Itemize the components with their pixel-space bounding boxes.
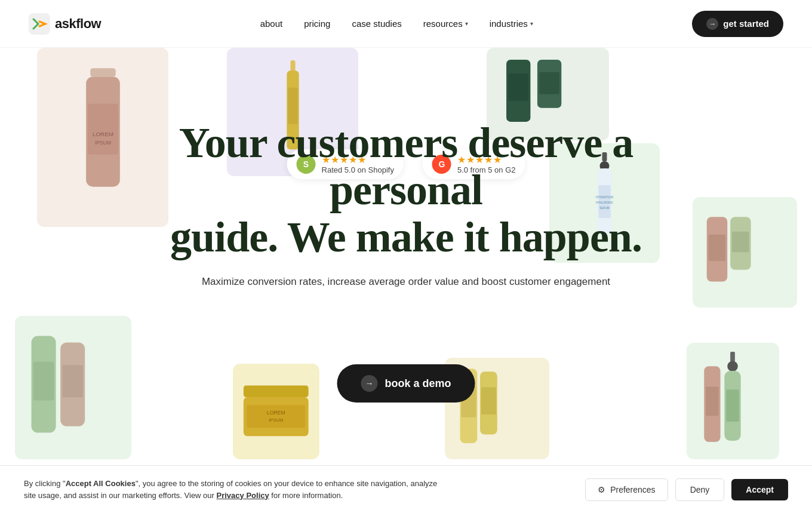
cookie-text: By clicking "Accept All Cookies", you ag… (24, 478, 442, 501)
main-content: LOREM IPSUM S (0, 48, 812, 513)
preferences-button[interactable]: ⚙ Preferences (585, 478, 668, 501)
svg-rect-40 (726, 389, 739, 422)
get-started-button[interactable]: → get started (692, 11, 783, 37)
hero-title: Your customers deserve a personal guide.… (167, 119, 645, 262)
product-card-9 (687, 343, 779, 459)
arrow-icon: → (706, 18, 718, 30)
logo[interactable]: askflow (29, 13, 101, 35)
nav-item-resources[interactable]: resources ▾ (423, 19, 468, 29)
privacy-policy-link[interactable]: Privacy Policy (217, 491, 269, 500)
nav-item-case-studies[interactable]: case studies (352, 19, 401, 29)
book-demo-button[interactable]: → book a demo (337, 364, 475, 403)
product-card-5 (693, 197, 797, 308)
cookie-bold: Accept All Cookies (66, 479, 136, 488)
svg-rect-22 (708, 235, 725, 261)
nav-links: about pricing case studies resources ▾ i… (260, 19, 533, 29)
nav-item-industries[interactable]: industries ▾ (490, 19, 533, 29)
svg-rect-12 (540, 72, 559, 94)
cookie-actions: ⚙ Preferences Deny Accept (585, 478, 788, 501)
product-card-7: LOREM IPSUM (233, 364, 319, 459)
hero-section: Your customers deserve a personal guide.… (167, 119, 645, 288)
deny-button[interactable]: Deny (675, 478, 725, 501)
svg-rect-36 (481, 387, 496, 414)
chevron-down-icon: ▾ (530, 20, 533, 27)
svg-rect-28 (244, 386, 309, 398)
svg-rect-37 (730, 352, 735, 363)
product-card-6 (15, 316, 131, 459)
svg-text:LOREM: LOREM (92, 130, 113, 137)
arrow-icon: → (361, 375, 377, 392)
svg-rect-11 (509, 73, 528, 101)
svg-rect-42 (706, 386, 718, 416)
gear-icon: ⚙ (598, 485, 605, 494)
nav-item-pricing[interactable]: pricing (304, 19, 330, 29)
svg-text:IPSUM: IPSUM (95, 139, 111, 145)
navbar: askflow about pricing case studies resou… (0, 0, 812, 48)
product-card-1: LOREM IPSUM (37, 48, 168, 227)
svg-text:IPSUM: IPSUM (269, 417, 283, 423)
svg-rect-27 (62, 365, 83, 397)
svg-rect-23 (732, 232, 749, 252)
chevron-down-icon: ▾ (465, 20, 468, 27)
svg-point-38 (727, 361, 738, 371)
svg-text:LOREM: LOREM (267, 410, 285, 416)
accept-button[interactable]: Accept (731, 479, 788, 500)
brand-name: askflow (55, 16, 101, 32)
cookie-banner: By clicking "Accept All Cookies", you ag… (0, 465, 812, 513)
svg-rect-6 (290, 60, 295, 72)
svg-rect-26 (33, 362, 54, 401)
svg-rect-1 (90, 68, 116, 76)
svg-rect-3 (88, 103, 118, 154)
svg-rect-30 (247, 405, 306, 428)
hero-subtitle: Maximize conversion rates, increase aver… (167, 276, 645, 288)
nav-item-about[interactable]: about (260, 19, 283, 29)
